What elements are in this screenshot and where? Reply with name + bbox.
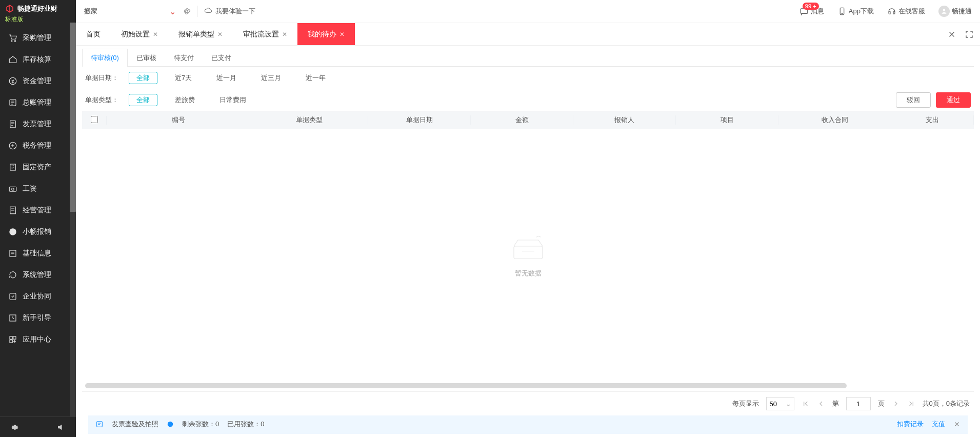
page-number-input[interactable] [846, 397, 871, 410]
svg-point-20 [842, 13, 843, 14]
filter-date-7d[interactable]: 近7天 [168, 72, 199, 84]
filter-type-travel[interactable]: 差旅费 [168, 94, 202, 106]
user-menu[interactable]: 畅捷通 [938, 6, 972, 17]
sidebar-item-label: 基础信息 [23, 249, 51, 258]
messages[interactable]: 99 + 消息 [799, 7, 824, 16]
filter-date-1m[interactable]: 近一月 [209, 72, 244, 84]
msg-badge: 99 + [803, 3, 819, 10]
org-selector[interactable]: 搬家 ⌄ [84, 7, 176, 16]
guide-icon [8, 313, 17, 323]
prev-page-icon[interactable] [817, 400, 825, 408]
sidebar-item-label: 小畅报销 [23, 227, 51, 236]
refresh-icon [8, 270, 17, 280]
filter-type-all[interactable]: 全部 [129, 94, 157, 106]
filter-date-all[interactable]: 全部 [129, 72, 157, 84]
user-name: 畅捷通 [952, 7, 972, 16]
subtab-pending-review[interactable]: 待审核(0) [82, 49, 128, 67]
gear-icon[interactable] [182, 7, 191, 16]
cart-icon [8, 33, 17, 43]
svg-rect-14 [10, 336, 12, 339]
svg-point-17 [186, 10, 188, 13]
subtab-pending-pay[interactable]: 待支付 [165, 49, 203, 67]
pager-summary: 共0页，0条记录 [923, 399, 970, 408]
sidebar-item-coop[interactable]: 企业协同 [0, 286, 76, 307]
sidebar-item-label: 库存核算 [23, 55, 51, 64]
home-icon [8, 55, 17, 64]
try-label: 我要体验一下 [215, 7, 255, 16]
last-page-icon[interactable] [907, 400, 915, 408]
page-size-select[interactable] [766, 397, 794, 410]
filter-date-3m[interactable]: 近三月 [254, 72, 288, 84]
sidebar-item-label: 发票管理 [23, 120, 51, 129]
tab-label: 首页 [86, 30, 101, 39]
tab-expense-type[interactable]: 报销单类型✕ [168, 23, 233, 45]
sidebar-item-ledger[interactable]: 总账管理 [0, 92, 76, 113]
svg-rect-11 [10, 250, 16, 256]
sidebar-item-appcenter[interactable]: 应用中心 [0, 329, 76, 350]
svg-rect-15 [13, 336, 16, 339]
app-download[interactable]: App下载 [837, 7, 874, 16]
tab-init[interactable]: 初始设置✕ [111, 23, 168, 45]
sidebar-item-tax[interactable]: 税务管理 [0, 135, 76, 156]
sidebar-item-system[interactable]: 系统管理 [0, 264, 76, 286]
sidebar-item-invoice[interactable]: 发票管理 [0, 113, 76, 135]
col-project: 项目 [676, 115, 778, 125]
approve-button[interactable]: 通过 [936, 92, 971, 108]
sidebar-item-inventory[interactable]: 库存核算 [0, 49, 76, 70]
close-icon[interactable]: ✕ [217, 31, 223, 38]
tab-todo[interactable]: 我的待办✕ [297, 23, 355, 45]
sound-icon[interactable] [56, 423, 66, 432]
coop-icon [8, 292, 17, 301]
sidebar-item-guide[interactable]: 新手引导 [0, 307, 76, 329]
col-reimburser: 报销人 [573, 115, 676, 125]
reject-button[interactable]: 驳回 [896, 92, 931, 108]
svg-point-10 [9, 228, 16, 235]
close-icon[interactable]: ✕ [282, 31, 287, 38]
table-scrollbar[interactable] [85, 383, 971, 388]
sidebar-item-operation[interactable]: 经营管理 [0, 200, 76, 221]
doc-icon [8, 206, 17, 215]
sidebar-item-salary[interactable]: 工资 [0, 178, 76, 200]
sidebar-item-purchase[interactable]: 采购管理 [0, 27, 76, 49]
close-icon[interactable]: ✕ [339, 31, 345, 38]
filter-type-daily[interactable]: 日常费用 [212, 94, 253, 106]
sidebar-item-funds[interactable]: 资金管理 [0, 70, 76, 92]
expense-icon [8, 227, 17, 236]
gear-icon[interactable] [10, 423, 19, 432]
sidebar-item-fixed-asset[interactable]: 固定资产 [0, 156, 76, 178]
select-all-checkbox[interactable] [91, 116, 98, 123]
svg-rect-7 [9, 187, 16, 191]
svg-rect-4 [10, 121, 16, 128]
per-page-label: 每页显示 [732, 399, 759, 408]
fullscreen-icon[interactable] [965, 30, 974, 39]
info-icon[interactable] [167, 421, 174, 428]
online-service[interactable]: 在线客服 [887, 7, 925, 16]
org-name: 搬家 [84, 7, 97, 16]
sidebar-item-expense[interactable]: 小畅报销 [0, 221, 76, 243]
tab-approval[interactable]: 审批流设置✕ [233, 23, 297, 45]
topbar: 搬家 ⌄ 我要体验一下 99 + 消息 App下载 在线客服 [76, 0, 980, 23]
next-page-icon[interactable] [892, 400, 900, 408]
subtab-paid[interactable]: 已支付 [203, 49, 240, 67]
empty-text: 暂无数据 [515, 269, 542, 278]
sidebar-scrollbar[interactable] [70, 23, 76, 416]
recharge-link[interactable]: 充值 [932, 420, 945, 429]
close-all-icon[interactable] [947, 30, 956, 39]
page-prefix: 第 [832, 399, 839, 408]
deduct-link[interactable]: 扣费记录 [897, 420, 924, 429]
subtab-reviewed[interactable]: 已审核 [128, 49, 165, 67]
sidebar-item-basic[interactable]: 基础信息 [0, 243, 76, 264]
sidebar-item-label: 企业协同 [23, 292, 51, 301]
close-icon[interactable] [953, 421, 961, 428]
tab-home[interactable]: 首页 [76, 23, 111, 45]
filter-date-1y[interactable]: 近一年 [298, 72, 333, 84]
subtab-label: 已审核 [136, 54, 156, 62]
first-page-icon[interactable] [802, 400, 810, 408]
sidebar-item-label: 工资 [23, 184, 37, 193]
filter-type-label: 单据类型： [85, 95, 118, 105]
try-demo[interactable]: 我要体验一下 [204, 7, 255, 16]
sidebar-item-label: 应用中心 [23, 335, 51, 344]
close-icon[interactable]: ✕ [153, 31, 158, 38]
svg-rect-22 [514, 246, 543, 259]
sidebar-item-label: 系统管理 [23, 270, 51, 280]
